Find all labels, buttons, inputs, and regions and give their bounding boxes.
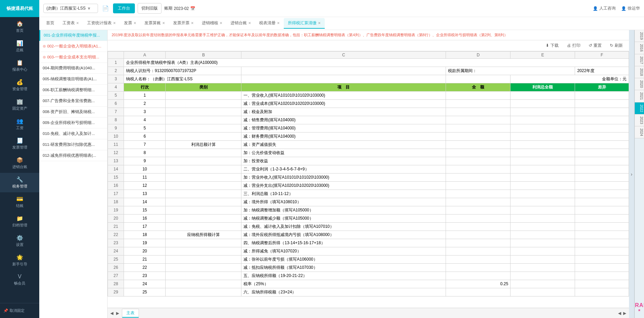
chaye-cell[interactable]	[575, 165, 629, 173]
quanje-cell[interactable]	[446, 99, 510, 108]
quanje-cell[interactable]	[446, 91, 510, 99]
tab-payroll-stats[interactable]: 工资统计报表 ✕	[83, 18, 120, 29]
tab-income-tax[interactable]: 所得税汇算清缴 ✕	[284, 18, 325, 29]
chaye-cell[interactable]	[575, 263, 629, 272]
close-icon[interactable]: ✕	[134, 21, 136, 25]
close-icon[interactable]: ✕	[220, 21, 222, 25]
close-icon[interactable]: ✕	[318, 21, 321, 25]
sidebar-item-archive[interactable]: 📁 归档管理	[0, 212, 39, 231]
left-panel-item-001[interactable]: 001-企业所得税年度纳税申报...	[39, 30, 107, 41]
lirun-cell[interactable]	[510, 206, 575, 214]
tab-sales-audit[interactable]: 进销稽核 ✕	[198, 18, 226, 29]
quanje-cell[interactable]	[446, 239, 510, 247]
lirun-cell[interactable]	[510, 181, 575, 190]
quanje-cell[interactable]	[446, 157, 510, 165]
quanje-cell[interactable]	[446, 165, 510, 173]
lirun-cell[interactable]	[510, 247, 575, 255]
lirun-cell[interactable]	[510, 198, 575, 206]
chaye-cell[interactable]	[575, 280, 629, 288]
lirun-cell[interactable]	[510, 149, 575, 157]
lirun-cell[interactable]	[510, 116, 575, 124]
sidebar-item-settings[interactable]: ⚙️ 设置	[0, 231, 39, 251]
quanje-cell[interactable]	[446, 222, 510, 231]
sidebar-item-home[interactable]: 🏠 首页	[0, 17, 39, 37]
lirun-cell[interactable]	[510, 157, 575, 165]
quanje-cell[interactable]	[446, 288, 510, 296]
sheet-nav-prev[interactable]: ◀	[110, 311, 113, 316]
collapse-panel-button[interactable]: ›	[629, 30, 634, 318]
quanje-cell[interactable]	[446, 173, 510, 181]
left-panel-item-008[interactable]: 008-资产折旧、摊销及纳税...	[39, 107, 107, 117]
chaye-cell[interactable]	[575, 231, 629, 239]
sidebar-item-member[interactable]: V 畅会员	[0, 270, 39, 289]
scroll-right-icon[interactable]: ▶	[623, 311, 626, 316]
lirun-cell[interactable]	[510, 280, 575, 288]
left-panel-item-010[interactable]: 010-免税、减计收入及加计...	[39, 128, 107, 139]
quanje-cell[interactable]	[446, 198, 510, 206]
chaye-cell[interactable]	[575, 247, 629, 255]
chaye-cell[interactable]	[575, 222, 629, 231]
timeline-2021[interactable]: 2021	[635, 90, 644, 102]
quanje-cell[interactable]	[446, 231, 510, 239]
sidebar-item-assets[interactable]: 🏢 固定资产	[0, 95, 39, 114]
chaye-cell[interactable]	[575, 198, 629, 206]
close-icon[interactable]: ✕	[277, 21, 280, 25]
lirun-cell[interactable]	[510, 272, 575, 280]
chaye-cell[interactable]	[575, 173, 629, 181]
lirun-cell[interactable]	[510, 108, 575, 116]
lirun-cell[interactable]	[510, 239, 575, 247]
left-panel-item-002[interactable]: ⊙ 002-一般企业收入明细表(A1...	[39, 41, 107, 52]
quanje-cell[interactable]	[446, 124, 510, 132]
sidebar-item-reports[interactable]: 📋 报表中心	[0, 56, 39, 75]
chaye-cell[interactable]	[575, 91, 629, 99]
quanje-cell[interactable]	[446, 247, 510, 255]
chaye-cell[interactable]	[575, 132, 629, 140]
chaye-cell[interactable]	[575, 288, 629, 296]
chaye-cell[interactable]	[575, 140, 629, 149]
left-panel-item-005[interactable]: 005-纳税调整项目明细表(A1...	[39, 74, 107, 85]
tab-invoice-calc[interactable]: 发票算账 ✕	[140, 18, 169, 29]
chaye-cell[interactable]	[575, 116, 629, 124]
tab-invoice-issue[interactable]: 发票开票 ✕	[169, 18, 198, 29]
chaye-cell[interactable]	[575, 239, 629, 247]
tab-sales-ledger[interactable]: 进销台账 ✕	[226, 18, 255, 29]
close-icon[interactable]: ✕	[113, 21, 116, 25]
tab-payroll[interactable]: 工资表 ✕	[58, 18, 83, 29]
quanje-cell[interactable]	[446, 255, 510, 263]
timeline-2020[interactable]: 2020	[635, 78, 644, 90]
lirun-cell[interactable]	[510, 165, 575, 173]
refresh-button[interactable]: ↻ 刷新	[608, 42, 625, 50]
lirun-cell[interactable]	[510, 231, 575, 239]
left-panel-item-012[interactable]: 012-减免所得税优惠明细表(...	[39, 150, 107, 161]
lirun-cell[interactable]	[510, 190, 575, 198]
lirun-cell[interactable]	[510, 214, 575, 222]
sidebar-item-tax[interactable]: 🔧 税务管理	[0, 173, 39, 192]
quanje-cell[interactable]	[446, 116, 510, 124]
tab-tax-clear[interactable]: 税表清册 ✕	[255, 18, 284, 29]
close-icon[interactable]: ✕	[76, 21, 79, 25]
quanje-cell[interactable]	[446, 190, 510, 198]
lirun-cell[interactable]	[510, 255, 575, 263]
user-service[interactable]: 👤 人工咨询	[593, 5, 616, 11]
chaye-cell[interactable]	[575, 255, 629, 263]
left-panel-item-009[interactable]: 009-企业所得税补亏损明细...	[39, 117, 107, 128]
quanje-cell[interactable]	[446, 272, 510, 280]
quanje-cell[interactable]	[446, 149, 510, 157]
chaye-cell[interactable]	[575, 190, 629, 198]
unpin-button[interactable]: 📌 取消固定	[3, 307, 36, 315]
workbench-button[interactable]: 工作台	[113, 3, 135, 13]
switch-version-button[interactable]: 切到旧版	[138, 3, 162, 14]
close-icon[interactable]: ✕	[191, 21, 194, 25]
timeline-2016[interactable]: 2016	[635, 42, 644, 54]
lirun-cell[interactable]	[510, 124, 575, 132]
chaye-cell[interactable]	[575, 149, 629, 157]
chaye-cell[interactable]	[575, 108, 629, 116]
timeline-2019[interactable]: 2019	[635, 30, 644, 42]
period-value[interactable]: 2023-02	[174, 6, 189, 11]
chaye-cell[interactable]	[575, 214, 629, 222]
company-selector[interactable]: (勿删）江西服宝-LSS ▼	[43, 4, 98, 13]
spreadsheet-container[interactable]: A B C D E F	[108, 51, 629, 308]
close-icon[interactable]: ✕	[162, 21, 165, 25]
lirun-cell[interactable]	[510, 99, 575, 108]
lirun-cell[interactable]	[510, 288, 575, 296]
